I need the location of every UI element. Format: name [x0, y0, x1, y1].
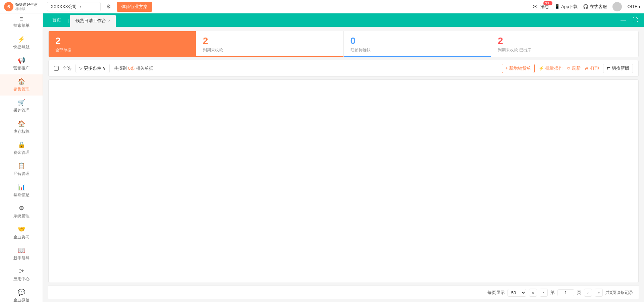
- stat-number-pending: 0: [351, 35, 484, 47]
- stat-card-pending[interactable]: 0 旺辅待确认: [344, 31, 491, 57]
- app-download-label: App下载: [561, 4, 578, 10]
- tab-close-icon[interactable]: ×: [108, 18, 110, 23]
- first-page-button[interactable]: «: [529, 289, 537, 297]
- per-page-label: 每页显示: [487, 290, 505, 296]
- filter-icon: ▽: [79, 66, 83, 71]
- sidebar-item-operations[interactable]: 📋 经营管理: [0, 159, 43, 180]
- per-page-select[interactable]: 50 100 200: [507, 289, 526, 297]
- avatar[interactable]: [612, 2, 622, 11]
- sidebar-item-label: 营销推广: [13, 65, 30, 71]
- sidebar-item-basic-info[interactable]: 📊 基础信息: [0, 180, 43, 201]
- refresh-label: 刷新: [572, 65, 581, 71]
- sidebar-item-label: 搜索菜单: [13, 23, 30, 28]
- sidebar-item-finance[interactable]: 🔒 资金管理: [0, 138, 43, 159]
- select-all-label: 全选: [63, 65, 71, 71]
- toolbar-right: + 新增销货单 ⚡ 批量操作 ↻ 刷新 🖨 打印 ⇄: [502, 64, 633, 73]
- company-name: XXXXXX公司: [51, 4, 77, 10]
- refresh-icon: ↻: [567, 66, 571, 71]
- stat-card-overdue-out[interactable]: 2 到期未收款 已出库: [491, 31, 638, 57]
- sidebar-item-label: 采购管理: [13, 108, 30, 113]
- stats-row: 2 全部单据 2 到期未收款 0 旺辅待确认 2 到期未收款 已出库: [48, 31, 639, 57]
- found-text: 共找到 0条 相关单据: [114, 65, 153, 71]
- sidebar-item-guide[interactable]: 📖 新手引导: [0, 243, 43, 264]
- batch-operation-button[interactable]: ⚡ 批量操作: [539, 65, 563, 71]
- stat-number-overdue-out: 2: [498, 35, 632, 47]
- message-button[interactable]: ✉ 99+ 消息: [533, 3, 549, 10]
- tab-work-bench[interactable]: 钱货日清工作台 ×: [70, 15, 116, 27]
- online-service-label: 在线客服: [590, 4, 607, 10]
- wechat-icon: 💬: [18, 289, 25, 296]
- next-page-button[interactable]: ›: [584, 289, 592, 297]
- sidebar-item-purchase[interactable]: 🛒 采购管理: [0, 96, 43, 117]
- tab-workbench-label: 钱货日清工作台: [75, 18, 106, 24]
- filter-label: 更多条件: [84, 65, 101, 71]
- prev-page-button[interactable]: ‹: [540, 289, 548, 297]
- tab-right-actions: — ⛶: [619, 15, 640, 25]
- batch-icon: ⚡: [539, 66, 544, 71]
- sidebar-item-label: 企业微信: [13, 297, 30, 302]
- stat-label-pending: 旺辅待确认: [351, 47, 484, 53]
- page-number-input[interactable]: [557, 289, 574, 296]
- sidebar-item-quick-nav[interactable]: ⚡ 快捷导航: [0, 32, 43, 53]
- message-badge: 99+: [543, 1, 552, 5]
- tab-home[interactable]: 首页: [47, 13, 66, 27]
- sidebar-item-inventory[interactable]: 🏠 库存核算: [0, 117, 43, 138]
- sidebar-item-label: 经营管理: [13, 171, 30, 177]
- download-icon: 📱: [554, 4, 560, 9]
- sidebar: ☰ 搜索菜单 ⚡ 快捷导航 📢 营销推广 🏠 销售管理 🛒 采购管理 🏠 库存核…: [0, 13, 43, 302]
- sidebar-item-label: 资金管理: [13, 150, 30, 156]
- sidebar-item-label: 新手引导: [13, 255, 30, 261]
- experience-button[interactable]: 体验行业方案: [117, 2, 152, 12]
- logo-area: 6 畅捷通好生意 标准版: [4, 2, 47, 11]
- sidebar-item-system[interactable]: ⚙ 系统管理: [0, 201, 43, 222]
- sidebar-item-wechat[interactable]: 💬 企业微信: [0, 285, 43, 302]
- tab-bar: 首页 | 钱货日清工作台 × — ⛶: [43, 13, 644, 27]
- tab-home-label: 首页: [52, 17, 61, 23]
- quick-nav-icon: ⚡: [18, 36, 25, 43]
- logo-text: 畅捷通好生意 标准版: [15, 2, 38, 11]
- print-icon: 🖨: [585, 66, 589, 71]
- filter-button[interactable]: ▽ 更多条件 ∨: [75, 64, 110, 73]
- stat-label-all: 全部单据: [55, 47, 189, 53]
- stat-label-overdue: 到期未收款: [203, 47, 337, 53]
- sales-icon: 🏠: [18, 78, 25, 85]
- sidebar-item-marketing[interactable]: 📢 营销推广: [0, 53, 43, 74]
- switch-icon: ⇄: [607, 66, 610, 71]
- service-icon: 🎧: [583, 4, 588, 9]
- batch-label: 批量操作: [545, 65, 563, 71]
- minimize-button[interactable]: —: [619, 15, 628, 25]
- last-page-button[interactable]: »: [595, 289, 603, 297]
- settings-button[interactable]: ⚙: [103, 1, 114, 12]
- chevron-down-icon: ▼: [79, 5, 82, 8]
- maximize-button[interactable]: ⛶: [631, 15, 640, 25]
- sidebar-item-label: 基础信息: [13, 192, 30, 198]
- sidebar-item-label: 应用中心: [13, 276, 30, 282]
- new-sales-order-button[interactable]: + 新增销货单: [502, 64, 535, 73]
- sidebar-item-search-menu[interactable]: ☰ 搜索菜单: [0, 13, 43, 32]
- purchase-icon: 🛒: [18, 99, 25, 106]
- basic-info-icon: 📊: [18, 183, 25, 191]
- print-button[interactable]: 🖨 打印: [585, 65, 599, 71]
- sidebar-item-label: 销售管理: [13, 86, 30, 92]
- sidebar-item-app-center[interactable]: 🛍 应用中心: [0, 264, 43, 285]
- table-area: [48, 79, 639, 283]
- select-all-checkbox[interactable]: [54, 66, 59, 71]
- logo-icon: 6: [4, 2, 13, 11]
- sidebar-item-enterprise[interactable]: 🤝 企业协同: [0, 222, 43, 243]
- search-menu-icon: ☰: [19, 17, 23, 21]
- message-icon: ✉: [533, 3, 538, 10]
- enterprise-icon: 🤝: [18, 226, 25, 233]
- sidebar-item-sales[interactable]: 🏠 销售管理: [0, 74, 43, 96]
- user-name: OfTEn: [627, 4, 640, 9]
- online-service-button[interactable]: 🎧 在线客服: [583, 4, 607, 10]
- switch-version-button[interactable]: ⇄ 切换新版: [603, 64, 633, 73]
- sidebar-item-label: 系统管理: [13, 213, 30, 219]
- app-download-button[interactable]: 📱 App下载: [554, 4, 578, 10]
- marketing-icon: 📢: [18, 57, 25, 64]
- stat-card-all[interactable]: 2 全部单据: [49, 31, 196, 57]
- app-center-icon: 🛍: [18, 268, 24, 275]
- company-selector[interactable]: XXXXXX公司 ▼: [47, 2, 101, 11]
- found-count: 0条: [128, 66, 135, 71]
- stat-card-overdue[interactable]: 2 到期未收款: [196, 31, 344, 57]
- refresh-button[interactable]: ↻ 刷新: [567, 65, 581, 71]
